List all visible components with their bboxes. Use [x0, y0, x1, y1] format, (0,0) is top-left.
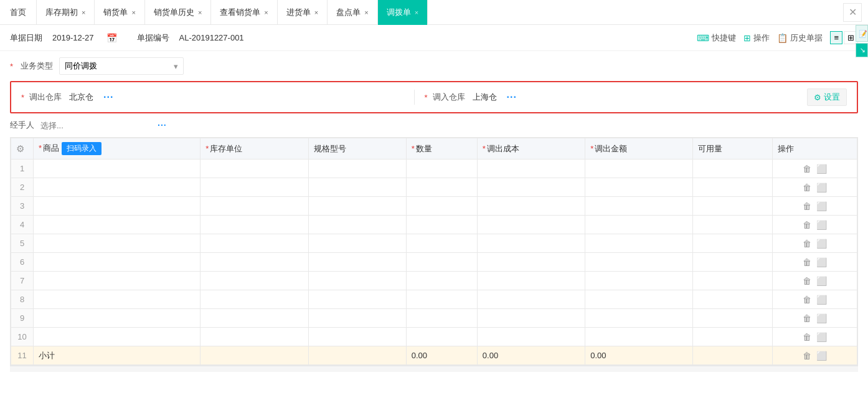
cell-qty[interactable] [406, 234, 477, 253]
copy-row-icon[interactable]: ⬜ [816, 201, 827, 211]
cell-qty[interactable] [406, 290, 477, 309]
cell-amount[interactable] [585, 178, 693, 197]
tab-inventory-close[interactable]: × [364, 9, 368, 16]
cell-amount[interactable] [585, 234, 693, 253]
delete-row-icon[interactable]: 🗑 [803, 220, 811, 230]
cell-unit[interactable] [200, 328, 308, 346]
cell-spec[interactable] [308, 216, 406, 234]
cell-goods[interactable] [34, 159, 200, 178]
list-view-button[interactable]: ≡ [830, 31, 842, 44]
cell-goods[interactable] [34, 197, 200, 216]
delete-row-icon[interactable]: 🗑 [803, 201, 811, 211]
copy-row-icon[interactable]: ⬜ [816, 220, 827, 230]
tab-sales-history-close[interactable]: × [198, 9, 202, 16]
cell-cost[interactable] [477, 290, 585, 309]
cell-spec[interactable] [308, 272, 406, 290]
cell-cost[interactable] [477, 159, 585, 178]
cell-goods[interactable] [34, 253, 200, 272]
source-warehouse-more-button[interactable]: ··· [103, 92, 113, 103]
cell-goods[interactable] [34, 272, 200, 290]
cell-spec[interactable] [308, 309, 406, 328]
cell-cost[interactable] [477, 216, 585, 234]
cell-spec[interactable] [308, 197, 406, 216]
copy-row-icon[interactable]: ⬜ [816, 164, 827, 174]
tab-transfer-close[interactable]: × [415, 9, 418, 16]
copy-row-icon[interactable]: ⬜ [816, 257, 827, 267]
cell-cost[interactable] [477, 178, 585, 197]
tab-sales[interactable]: 销货单 × [95, 0, 144, 25]
cell-amount[interactable] [585, 253, 693, 272]
cell-available[interactable] [693, 328, 773, 346]
cell-qty[interactable] [406, 197, 477, 216]
tab-home[interactable]: 首页 [0, 0, 37, 25]
cell-available[interactable] [693, 234, 773, 253]
tab-inventory[interactable]: 盘点单 × [328, 0, 377, 25]
cell-unit[interactable] [200, 197, 308, 216]
tab-view-sales[interactable]: 查看销货单 × [211, 0, 277, 25]
cell-qty[interactable] [406, 328, 477, 346]
main-close-button[interactable]: ✕ [843, 3, 862, 22]
cell-unit[interactable] [200, 178, 308, 197]
tab-transfer[interactable]: 调拨单 × [378, 0, 428, 25]
copy-row-icon[interactable]: ⬜ [816, 276, 827, 286]
handler-input[interactable] [40, 121, 145, 130]
target-warehouse-more-button[interactable]: ··· [507, 92, 517, 103]
tab-inventory-init[interactable]: 库存期初 × [37, 0, 95, 25]
cell-spec[interactable] [308, 290, 406, 309]
calendar-icon[interactable]: 📅 [106, 33, 117, 43]
copy-row-icon[interactable]: ⬜ [816, 183, 827, 193]
tab-inventory-init-close[interactable]: × [82, 9, 85, 16]
scan-button[interactable]: 扫码录入 [62, 142, 101, 155]
cell-amount[interactable] [585, 272, 693, 290]
th-settings[interactable]: ⚙ [11, 138, 34, 159]
cell-cost[interactable] [477, 197, 585, 216]
cell-unit[interactable] [200, 234, 308, 253]
delete-row-icon[interactable]: 🗑 [803, 332, 811, 342]
cell-unit[interactable] [200, 290, 308, 309]
cell-amount[interactable] [585, 290, 693, 309]
tab-purchase[interactable]: 进货单 × [278, 0, 328, 25]
copy-row-icon[interactable]: ⬜ [816, 332, 827, 342]
history-button[interactable]: 📋 历史单据 [777, 32, 823, 44]
cell-unit[interactable] [200, 159, 308, 178]
cell-spec[interactable] [308, 253, 406, 272]
cell-available[interactable] [693, 309, 773, 328]
cell-available[interactable] [693, 159, 773, 178]
cell-cost[interactable] [477, 328, 585, 346]
cell-qty[interactable] [406, 309, 477, 328]
tab-sales-close[interactable]: × [131, 9, 135, 16]
note-sidebar-button[interactable]: 📝 [856, 25, 868, 42]
cell-spec[interactable] [308, 178, 406, 197]
delete-row-icon[interactable]: 🗑 [803, 295, 811, 305]
cell-unit[interactable] [200, 309, 308, 328]
delete-row-icon[interactable]: 🗑 [803, 257, 811, 267]
handler-more-button[interactable]: ··· [158, 120, 167, 130]
cell-amount[interactable] [585, 309, 693, 328]
delete-row-icon[interactable]: 🗑 [803, 313, 811, 323]
tab-sales-history[interactable]: 销货单历史 × [145, 0, 211, 25]
tab-purchase-close[interactable]: × [314, 9, 318, 16]
cell-spec[interactable] [308, 234, 406, 253]
cell-goods[interactable] [34, 178, 200, 197]
copy-icon[interactable]: ⬜ [816, 351, 827, 361]
cell-unit[interactable] [200, 253, 308, 272]
cell-qty[interactable] [406, 253, 477, 272]
table-settings-icon[interactable]: ⚙ [16, 143, 24, 154]
cell-cost[interactable] [477, 272, 585, 290]
business-type-select[interactable]: 同价调拨 ▾ [59, 57, 184, 75]
export-sidebar-button[interactable]: ↗ [856, 43, 868, 57]
cell-goods[interactable] [34, 309, 200, 328]
copy-row-icon[interactable]: ⬜ [816, 313, 827, 323]
copy-row-icon[interactable]: ⬜ [816, 239, 827, 249]
cell-qty[interactable] [406, 159, 477, 178]
cell-available[interactable] [693, 197, 773, 216]
settings-button[interactable]: ⚙ 设置 [807, 88, 847, 106]
delete-row-icon[interactable]: 🗑 [803, 239, 811, 249]
delete-icon[interactable]: 🗑 [803, 351, 811, 361]
cell-amount[interactable] [585, 197, 693, 216]
cell-goods[interactable] [34, 234, 200, 253]
cell-unit[interactable] [200, 272, 308, 290]
delete-row-icon[interactable]: 🗑 [803, 183, 811, 193]
cell-unit[interactable] [200, 216, 308, 234]
cell-qty[interactable] [406, 178, 477, 197]
